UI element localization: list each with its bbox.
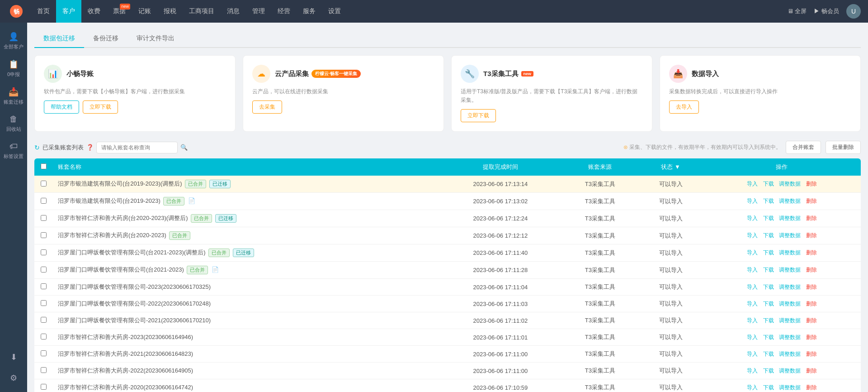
delete-link[interactable]: 删除 xyxy=(806,215,817,221)
adjust-link[interactable]: 调整数据 xyxy=(779,181,801,187)
download-link[interactable]: 下载 xyxy=(763,368,774,374)
adjust-link[interactable]: 调整数据 xyxy=(779,284,801,290)
row-checkbox[interactable] xyxy=(41,317,47,323)
import-link[interactable]: 导入 xyxy=(747,351,758,357)
adjust-link[interactable]: 调整数据 xyxy=(779,384,801,391)
nav-settings[interactable]: 设置 xyxy=(322,0,347,23)
import-link[interactable]: 导入 xyxy=(747,181,758,187)
help-icon[interactable]: ❓ xyxy=(86,144,94,151)
user-avatar[interactable]: U xyxy=(846,4,861,19)
download-link[interactable]: 下载 xyxy=(763,284,774,290)
import-link[interactable]: 导入 xyxy=(747,198,758,204)
delete-link[interactable]: 删除 xyxy=(806,384,817,391)
download-link[interactable]: 下载 xyxy=(763,384,774,391)
merge-accounts-btn[interactable]: 合并账套 xyxy=(786,141,821,154)
adjust-link[interactable]: 调整数据 xyxy=(779,351,801,357)
tab-backup-migrate[interactable]: 备份迁移 xyxy=(84,30,127,48)
import-link[interactable]: 导入 xyxy=(747,301,758,307)
nav-tax[interactable]: 报税 xyxy=(157,0,183,23)
delete-link[interactable]: 删除 xyxy=(806,351,817,357)
select-all-checkbox[interactable] xyxy=(41,163,47,169)
tab-audit-export[interactable]: 审计文件导出 xyxy=(127,30,184,48)
import-link[interactable]: 导入 xyxy=(747,284,758,290)
adjust-link[interactable]: 调整数据 xyxy=(779,232,801,239)
download-link[interactable]: 下载 xyxy=(763,317,774,324)
row-checkbox[interactable] xyxy=(41,215,47,221)
row-checkbox[interactable] xyxy=(41,232,47,238)
import-link[interactable]: 导入 xyxy=(747,249,758,256)
nav-customer[interactable]: 客户 xyxy=(56,0,81,23)
adjust-link[interactable]: 调整数据 xyxy=(779,368,801,374)
sidebar-item-zero-declare[interactable]: 📋 0申报 xyxy=(0,55,27,82)
delete-link[interactable]: 删除 xyxy=(806,232,817,239)
delete-link[interactable]: 删除 xyxy=(806,368,817,374)
nav-account[interactable]: 记账 xyxy=(132,0,157,23)
search-icon[interactable]: 🔍 xyxy=(180,144,188,151)
sidebar-item-recycle[interactable]: 🗑 回收站 xyxy=(0,110,27,137)
dataimport-go-btn[interactable]: 去导入 xyxy=(669,100,699,114)
row-checkbox[interactable] xyxy=(41,283,47,289)
adjust-link[interactable]: 调整数据 xyxy=(779,301,801,307)
row-checkbox[interactable] xyxy=(41,181,47,186)
nav-fee[interactable]: 收费 xyxy=(81,0,107,23)
download-link[interactable]: 下载 xyxy=(763,267,774,273)
import-link[interactable]: 导入 xyxy=(747,368,758,374)
download-link[interactable]: 下载 xyxy=(763,198,774,204)
row-checkbox[interactable] xyxy=(41,249,47,255)
download-link[interactable]: 下载 xyxy=(763,232,774,239)
yunproduct-collect-btn[interactable]: 去采集 xyxy=(252,100,282,114)
import-link[interactable]: 导入 xyxy=(747,215,758,221)
row-checkbox[interactable] xyxy=(41,267,47,272)
search-input[interactable] xyxy=(96,142,178,153)
xiaochangzhang-download-btn[interactable]: 立即下载 xyxy=(83,100,118,114)
refresh-icon[interactable]: ↻ xyxy=(34,144,40,151)
nav-home[interactable]: 首页 xyxy=(31,0,56,23)
adjust-link[interactable]: 调整数据 xyxy=(779,317,801,324)
row-checkbox[interactable] xyxy=(41,334,47,339)
import-link[interactable]: 导入 xyxy=(747,267,758,273)
nav-service[interactable]: 服务 xyxy=(297,0,322,23)
file-icon[interactable]: 📄 xyxy=(188,197,195,204)
delete-link[interactable]: 删除 xyxy=(806,198,817,204)
delete-link[interactable]: 删除 xyxy=(806,334,817,340)
nav-message[interactable]: 消息 xyxy=(221,0,246,23)
adjust-link[interactable]: 调整数据 xyxy=(779,249,801,256)
member-btn[interactable]: ▶ 畅会员 xyxy=(814,7,839,15)
delete-link[interactable]: 删除 xyxy=(806,301,817,307)
import-link[interactable]: 导入 xyxy=(747,334,758,340)
tab-data-package[interactable]: 数据包迁移 xyxy=(34,30,84,48)
adjust-link[interactable]: 调整数据 xyxy=(779,215,801,221)
import-link[interactable]: 导入 xyxy=(747,232,758,239)
row-checkbox[interactable] xyxy=(41,350,47,356)
sidebar-item-tag-settings[interactable]: 🏷 标签设置 xyxy=(0,137,27,164)
delete-link[interactable]: 删除 xyxy=(806,284,817,290)
sidebar-item-account-migrate[interactable]: 📥 账套迁移 xyxy=(0,82,27,110)
download-link[interactable]: 下载 xyxy=(763,301,774,307)
adjust-link[interactable]: 调整数据 xyxy=(779,267,801,273)
download-link[interactable]: 下载 xyxy=(763,249,774,256)
delete-link[interactable]: 删除 xyxy=(806,181,817,187)
row-checkbox[interactable] xyxy=(41,198,47,204)
delete-link[interactable]: 删除 xyxy=(806,249,817,256)
xiaochangzhang-help-btn[interactable]: 帮助文档 xyxy=(44,100,79,114)
download-link[interactable]: 下载 xyxy=(763,351,774,357)
sidebar-item-all-clients[interactable]: 👤 全部客户 xyxy=(0,27,27,55)
download-link[interactable]: 下载 xyxy=(763,181,774,187)
adjust-link[interactable]: 调整数据 xyxy=(779,198,801,204)
fullscreen-btn[interactable]: 🖥 全屏 xyxy=(788,7,807,15)
nav-operation[interactable]: 经营 xyxy=(271,0,297,23)
row-checkbox[interactable] xyxy=(41,300,47,306)
download-link[interactable]: 下载 xyxy=(763,215,774,221)
nav-manage[interactable]: 管理 xyxy=(246,0,271,23)
row-checkbox[interactable] xyxy=(41,367,47,373)
nav-business[interactable]: 工商项目 xyxy=(183,0,221,23)
logo[interactable]: 畅 xyxy=(7,2,25,20)
import-link[interactable]: 导入 xyxy=(747,384,758,391)
row-checkbox[interactable] xyxy=(41,384,47,390)
import-link[interactable]: 导入 xyxy=(747,317,758,324)
delete-link[interactable]: 删除 xyxy=(806,267,817,273)
adjust-link[interactable]: 调整数据 xyxy=(779,334,801,340)
nav-bill[interactable]: 票据new xyxy=(107,0,132,23)
sidebar-item-settings[interactable]: ⚙ xyxy=(0,368,27,387)
delete-link[interactable]: 删除 xyxy=(806,317,817,324)
